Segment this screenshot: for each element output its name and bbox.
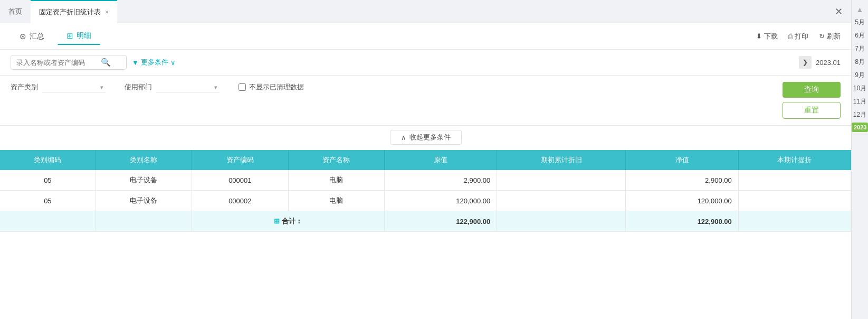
tab-active[interactable]: 固定资产折旧统计表 × <box>31 0 117 23</box>
department-label: 使用部门 <box>125 82 152 92</box>
filter-buttons: 查询 重置 <box>783 82 841 119</box>
summary-icon: ⊛ <box>20 32 26 41</box>
sidebar-month-item[interactable]: 11月 <box>853 95 866 108</box>
tab-detail[interactable]: ⊞ 明细 <box>58 27 100 45</box>
sub-tabs: ⊛ 汇总 ⊞ 明细 <box>11 27 100 45</box>
cell-category-code: 05 <box>0 170 96 191</box>
sidebar-month-item[interactable]: 6月 <box>853 29 866 42</box>
filter-funnel-icon: ▼ <box>132 59 139 67</box>
date-nav-prev[interactable]: ❯ <box>799 56 812 69</box>
col-category-name: 类别名称 <box>96 150 192 170</box>
sidebar-month-item[interactable]: 10月 <box>853 82 866 95</box>
table-row: 05 电子设备 000002 电脑 120,000.00 120,000.00 <box>0 191 851 211</box>
download-button[interactable]: ⬇ 下载 <box>756 32 778 41</box>
more-conditions-label: 更多条件 <box>141 58 168 67</box>
more-conditions-arrow: ∨ <box>170 59 176 67</box>
tab-detail-label: 明细 <box>77 31 91 41</box>
collapse-button[interactable]: ∧ 收起更多条件 <box>390 130 462 145</box>
advanced-filter: 资产类别 使用部门 <box>0 76 851 126</box>
table-header-row: 类别编码 类别名称 资产编码 资产名称 原值 期初累计折旧 净值 本期计提折 <box>0 150 851 170</box>
sidebar-month-item[interactable]: 9月 <box>853 69 866 82</box>
search-input[interactable] <box>16 59 101 67</box>
department-select[interactable] <box>156 82 220 92</box>
total-label: ⊞ 合计： <box>192 211 385 232</box>
download-label: 下载 <box>764 32 778 41</box>
collapse-label: 收起更多条件 <box>409 133 451 142</box>
cell-current-dep <box>738 170 851 191</box>
more-conditions-button[interactable]: ▼ 更多条件 ∨ <box>132 58 176 67</box>
col-asset-name: 资产名称 <box>288 150 384 170</box>
reset-button[interactable]: 重置 <box>783 102 841 119</box>
col-original-value: 原值 <box>384 150 497 170</box>
collapse-bar: ∧ 收起更多条件 <box>0 126 851 150</box>
filter-row: 资产类别 使用部门 <box>11 82 774 92</box>
hide-cleared-checkbox-wrap[interactable]: 不显示已清理数据 <box>239 82 304 92</box>
cell-current-dep <box>738 191 851 211</box>
data-table: 类别编码 类别名称 资产编码 资产名称 原值 期初累计折旧 净值 本期计提折 0… <box>0 150 851 232</box>
sidebar-scroll-up[interactable]: ▲ <box>856 4 864 15</box>
collapse-icon: ∧ <box>401 134 406 142</box>
total-net-value: 122,900.00 <box>626 211 738 232</box>
refresh-icon: ↻ <box>819 32 825 40</box>
print-label: 打印 <box>795 32 808 41</box>
cell-original-value: 120,000.00 <box>384 191 497 211</box>
asset-category-select-wrap <box>42 82 106 92</box>
search-icon[interactable]: 🔍 <box>101 58 111 67</box>
col-accumulated-dep: 期初累计折旧 <box>497 150 626 170</box>
total-row: ⊞ 合计： 122,900.00 122,900.00 <box>0 211 851 232</box>
hide-cleared-label: 不显示已清理数据 <box>249 82 304 92</box>
department-select-wrap <box>156 82 220 92</box>
total-current-dep <box>738 211 851 232</box>
tab-close-icon[interactable]: × <box>105 8 109 16</box>
cell-net-value: 2,900.00 <box>626 170 738 191</box>
year-badge-label: 2023 <box>854 124 866 130</box>
tab-bar: 首页 固定资产折旧统计表 × ✕ <box>0 0 851 23</box>
cell-asset-name: 电脑 <box>288 191 384 211</box>
total-original-value: 122,900.00 <box>384 211 497 232</box>
download-icon: ⬇ <box>756 32 762 40</box>
table-wrap: 类别编码 类别名称 资产编码 资产名称 原值 期初累计折旧 净值 本期计提折 0… <box>0 150 851 319</box>
tab-summary[interactable]: ⊛ 汇总 <box>11 28 53 45</box>
asset-category-filter: 资产类别 <box>11 82 116 92</box>
content-wrapper: ⊛ 汇总 ⊞ 明细 ⬇ 下载 ⎙ 打印 ↻ 刷新 <box>0 23 851 319</box>
refresh-button[interactable]: ↻ 刷新 <box>819 32 841 41</box>
toolbar-actions: ⬇ 下载 ⎙ 打印 ↻ 刷新 <box>756 32 841 41</box>
year-badge[interactable]: 2023 <box>852 123 868 132</box>
cell-accumulated-dep <box>497 170 626 191</box>
cell-asset-code: 000001 <box>192 170 288 191</box>
cell-category-code: 05 <box>0 191 96 211</box>
query-button[interactable]: 查询 <box>783 82 841 98</box>
asset-category-select[interactable] <box>42 82 106 92</box>
col-asset-code: 资产编码 <box>192 150 288 170</box>
table-row: 05 电子设备 000001 电脑 2,900.00 2,900.00 <box>0 170 851 191</box>
cell-category-name: 电子设备 <box>96 170 192 191</box>
detail-icon: ⊞ <box>66 31 73 41</box>
window-close-button[interactable]: ✕ <box>835 7 843 16</box>
cell-asset-code: 000002 <box>192 191 288 211</box>
cell-category-name: 电子设备 <box>96 191 192 211</box>
col-net-value: 净值 <box>626 150 738 170</box>
col-current-dep: 本期计提折 <box>738 150 851 170</box>
cell-asset-name: 电脑 <box>288 170 384 191</box>
tab-summary-label: 汇总 <box>30 32 44 41</box>
tab-home[interactable]: 首页 <box>0 0 31 23</box>
sidebar-month-item[interactable]: 12月 <box>853 108 866 121</box>
search-wrap: 🔍 <box>11 55 127 70</box>
sub-tab-bar: ⊛ 汇总 ⊞ 明细 ⬇ 下载 ⎙ 打印 ↻ 刷新 <box>0 23 851 50</box>
cell-original-value: 2,900.00 <box>384 170 497 191</box>
refresh-label: 刷新 <box>827 32 841 41</box>
hide-cleared-checkbox[interactable] <box>239 83 246 91</box>
print-icon: ⎙ <box>788 32 793 40</box>
main-area: 首页 固定资产折旧统计表 × ✕ ⊛ 汇总 ⊞ 明细 ⬇ <box>0 0 851 319</box>
asset-category-label: 资产类别 <box>11 82 38 92</box>
tab-home-label: 首页 <box>8 7 22 16</box>
sidebar-month-item[interactable]: 7月 <box>853 42 866 55</box>
sidebar-month-item[interactable]: 8月 <box>853 55 866 69</box>
tab-active-label: 固定资产折旧统计表 <box>39 7 101 17</box>
print-button[interactable]: ⎙ 打印 <box>788 32 808 41</box>
right-sidebar: ▲ 5月6月7月8月9月10月11月12月 2023 <box>851 0 868 319</box>
total-accumulated-dep <box>497 211 626 232</box>
sidebar-month-item[interactable]: 5月 <box>853 16 866 29</box>
filter-area: 🔍 ▼ 更多条件 ∨ ❯ 2023.01 <box>0 50 851 76</box>
cell-accumulated-dep <box>497 191 626 211</box>
